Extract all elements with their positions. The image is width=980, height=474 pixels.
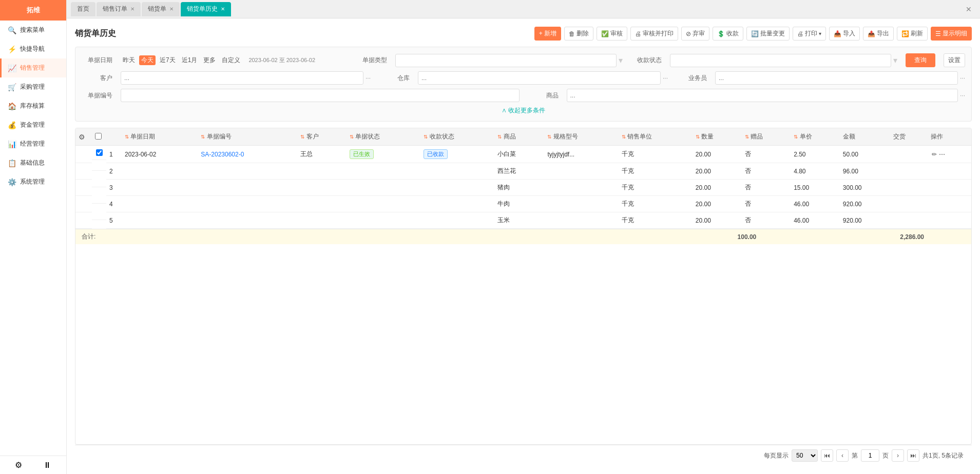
col-doc-status[interactable]: ⇅ 单据状态 (347, 128, 420, 146)
review-button[interactable]: ✅ 审核 (597, 27, 627, 41)
col-doc-no[interactable]: ⇅ 单据编号 (198, 128, 297, 146)
sidebar-item-sales[interactable]: 📈 销售管理 (0, 58, 66, 77)
import-button[interactable]: 📥 导入 (829, 27, 860, 41)
row-doc-status (347, 180, 420, 196)
goods-picker-icon[interactable]: ··· (960, 92, 965, 99)
sidebar-item-system[interactable]: ⚙️ 系统管理 (0, 172, 66, 191)
export-button[interactable]: 📤 导出 (863, 27, 894, 41)
sidebar-item-label: 经营管理 (20, 140, 45, 148)
date-shortcut-1month[interactable]: 近1月 (180, 55, 200, 65)
settings-filter-button[interactable]: 设置 (944, 53, 965, 67)
goods-control: ··· (567, 89, 966, 102)
col-pay-status[interactable]: ⇅ 收款状态 (420, 128, 494, 146)
select-all-checkbox[interactable] (95, 133, 102, 140)
tab-sales-delivery-close[interactable]: ✕ (169, 6, 174, 12)
sidebar-settings-icon[interactable]: ⚙ (15, 460, 22, 470)
collapse-filter-button[interactable]: ∧ 收起更多条件 (502, 106, 545, 115)
row-unit: 千克 (619, 212, 693, 229)
row-price: 2.50 (791, 146, 840, 163)
refresh-button[interactable]: 🔁 刷新 (897, 27, 928, 41)
col-quantity[interactable]: ⇅ 数量 (693, 128, 742, 146)
tab-sales-order[interactable]: 销售订单 ✕ (97, 2, 141, 16)
row-trade (890, 163, 928, 180)
row-goods: 西兰花 (494, 163, 544, 180)
sidebar-item-inventory[interactable]: 🏠 库存核算 (0, 96, 66, 115)
next-page-btn[interactable]: › (892, 449, 904, 462)
table-row: 4 牛肉 千克 20.00 否 46.00 920.00 (75, 196, 971, 212)
salesperson-picker-icon[interactable]: ··· (960, 74, 965, 82)
new-button[interactable]: + 新增 (534, 27, 561, 41)
tab-home[interactable]: 首页 (71, 2, 95, 16)
sidebar-item-quick-nav[interactable]: ⚡ 快捷导航 (0, 40, 66, 58)
close-all-tabs-btn[interactable]: ✕ (962, 5, 976, 13)
tab-sales-order-close[interactable]: ✕ (130, 6, 134, 12)
col-settings[interactable]: ⚙ (75, 128, 92, 146)
date-shortcut-custom[interactable]: 自定义 (220, 55, 242, 65)
more-action-icon[interactable]: ⋯ (939, 151, 945, 158)
salesperson-input[interactable] (715, 71, 958, 85)
sidebar-item-purchase[interactable]: 🛒 采购管理 (0, 77, 66, 96)
show-detail-button[interactable]: ☰ 显示明细 (931, 27, 972, 41)
goods-input[interactable] (567, 89, 958, 102)
delete-button[interactable]: 🗑 删除 (564, 27, 593, 41)
sidebar-item-label: 搜索菜单 (20, 26, 45, 34)
row-doc-date (122, 196, 198, 212)
page-number-input[interactable] (861, 449, 879, 462)
row-spec (544, 180, 618, 196)
row-quantity: 20.00 (693, 146, 742, 163)
tab-sales-history[interactable]: 销货单历史 ✕ (181, 2, 231, 16)
col-goods[interactable]: ⇅ 商品 (494, 128, 544, 146)
doc-no-link[interactable]: SA-20230602-0 (201, 151, 244, 158)
col-spec[interactable]: ⇅ 规格型号 (544, 128, 618, 146)
tab-sales-delivery[interactable]: 销货单 ✕ (142, 2, 180, 16)
last-page-btn[interactable]: ⏭ (907, 449, 919, 462)
customer-input[interactable] (121, 71, 363, 85)
row-price: 46.00 (791, 212, 840, 229)
warehouse-input[interactable] (418, 71, 661, 85)
query-button[interactable]: 查询 (906, 53, 935, 67)
total-info: 共1页, 5条记录 (923, 451, 964, 460)
sidebar-item-search[interactable]: 🔍 搜索菜单 (0, 21, 66, 40)
print-button[interactable]: 🖨 打印 ▾ (793, 27, 826, 41)
date-shortcut-more[interactable]: 更多 (201, 55, 218, 65)
col-unit[interactable]: ⇅ 销售单位 (619, 128, 693, 146)
col-sort-icon: ⇅ (300, 134, 304, 140)
col-doc-date[interactable]: ⇅ 单据日期 (122, 128, 198, 146)
col-customer[interactable]: ⇅ 客户 (297, 128, 347, 146)
tab-sales-history-close[interactable]: ✕ (221, 6, 225, 12)
batch-change-button[interactable]: 🔄 批量变更 (746, 27, 790, 41)
row-gift: 否 (742, 180, 791, 196)
date-shortcut-today[interactable]: 今天 (139, 55, 156, 65)
prev-page-btn[interactable]: ‹ (836, 449, 849, 462)
doc-number-input[interactable] (121, 89, 520, 102)
doc-type-input[interactable] (395, 54, 617, 67)
pay-status-input[interactable] (670, 54, 891, 67)
row-goods: 牛肉 (494, 196, 544, 212)
sidebar-pause-icon[interactable]: ⏸ (43, 461, 51, 470)
warehouse-picker-icon[interactable]: ··· (663, 74, 668, 82)
filter-row-3: 单据编号 商品 ··· (82, 89, 965, 102)
customer-picker-icon[interactable]: ··· (366, 74, 371, 82)
collect-button[interactable]: 💲 收款 (713, 27, 743, 41)
sidebar-item-operations[interactable]: 📊 经营管理 (0, 134, 66, 153)
col-price[interactable]: ⇅ 单价 (791, 128, 840, 146)
row-checkbox[interactable] (96, 149, 103, 156)
edit-action-icon[interactable]: ✏ (932, 151, 937, 158)
col-gift[interactable]: ⇅ 赠品 (742, 128, 791, 146)
row-action (928, 212, 971, 229)
row-num-cell: 3 (106, 180, 122, 196)
date-shortcut-7days[interactable]: 近7天 (158, 55, 178, 65)
per-page-select[interactable]: 50 100 200 (792, 449, 818, 462)
table-settings-icon[interactable]: ⚙ (79, 133, 85, 141)
review-print-button[interactable]: 🖨 审核并打印 (630, 27, 678, 41)
abandon-button[interactable]: ⊘ 弃审 (681, 27, 709, 41)
filter-row-1: 单据日期 昨天 今天 近7天 近1月 更多 自定义 2023-06-02 至 2… (82, 53, 965, 67)
date-shortcut-yesterday[interactable]: 昨天 (121, 55, 137, 65)
page-label-suffix: 页 (882, 451, 889, 460)
quick-nav-icon: ⚡ (8, 45, 16, 53)
sidebar-item-basic-info[interactable]: 📋 基础信息 (0, 153, 66, 172)
first-page-btn[interactable]: ⏮ (821, 449, 833, 462)
operations-icon: 📊 (8, 140, 16, 148)
sidebar-item-finance[interactable]: 💰 资金管理 (0, 115, 66, 134)
sales-icon: 📈 (8, 64, 16, 72)
